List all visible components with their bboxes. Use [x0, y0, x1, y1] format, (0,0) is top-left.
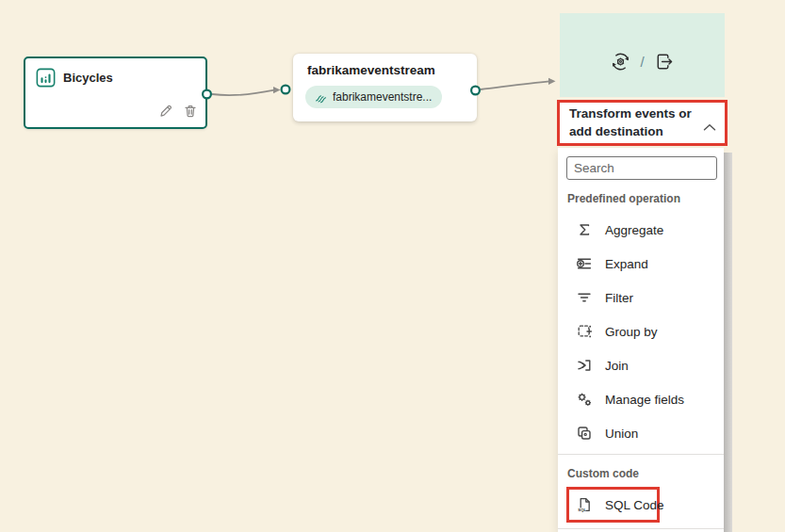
- menu-item-sql-code[interactable]: SQL SQL Code: [569, 490, 664, 520]
- menu-item-label: Aggregate: [605, 223, 663, 237]
- aggregate-sigma-icon: [575, 220, 594, 239]
- menu-item-label: Join: [605, 359, 629, 373]
- edge-bicycles-to-eventstream: [212, 90, 274, 96]
- menu-item-group-by[interactable]: Group by: [558, 314, 724, 348]
- node-title: fabrikameventstream: [293, 54, 477, 77]
- edge-eventstream-to-destination: [481, 81, 549, 89]
- edge-arrowhead: [273, 87, 281, 93]
- menu-item-join[interactable]: Join: [558, 348, 724, 382]
- menu-item-union[interactable]: Union: [558, 416, 724, 450]
- delete-trash-icon[interactable]: [182, 103, 199, 120]
- stream-icon: [314, 90, 328, 105]
- svg-text:SQL: SQL: [578, 508, 586, 512]
- connector-bicycles-out[interactable]: [203, 90, 211, 99]
- node-bicycles[interactable]: Bicycles: [24, 56, 207, 129]
- section-divider: [558, 528, 724, 529]
- menu-item-label: SQL Code: [605, 498, 664, 512]
- icon-separator: /: [640, 54, 644, 70]
- menu-item-filter[interactable]: Filter: [558, 281, 724, 314]
- menu-item-aggregate[interactable]: Aggregate: [558, 213, 724, 247]
- section-label-predefined: Predefined operation: [567, 192, 724, 205]
- badge-label: fabrikameventstre...: [333, 90, 432, 104]
- add-destination-icon: [653, 51, 675, 73]
- menu-item-label: Group by: [605, 325, 658, 339]
- search-input[interactable]: [566, 156, 717, 180]
- menu-item-label: Filter: [605, 291, 633, 305]
- join-icon: [575, 356, 594, 375]
- predefined-operations-list: Aggregate Expand Filte: [558, 213, 724, 450]
- node-destination-placeholder[interactable]: /: [560, 13, 725, 97]
- transform-menu-panel: Predefined operation Aggregate: [558, 148, 724, 532]
- eventstream-badge[interactable]: fabrikameventstre...: [305, 86, 442, 108]
- node-eventstream[interactable]: fabrikameventstream fabrikameventstre...: [293, 54, 477, 121]
- group-by-icon: [575, 322, 594, 341]
- eventstream-canvas: Bicycles fabrikameventstream: [0, 0, 785, 532]
- node-title: Bicycles: [63, 71, 113, 85]
- edge-arrowhead: [548, 78, 556, 85]
- section-divider: [558, 454, 724, 455]
- union-icon: [575, 424, 594, 443]
- transform-menu-label: Transform events or add destination: [569, 105, 699, 141]
- menu-item-label: Expand: [605, 257, 648, 271]
- connector-eventstream-in[interactable]: [282, 86, 290, 94]
- edit-pencil-icon[interactable]: [157, 103, 174, 120]
- menu-item-label: Manage fields: [605, 393, 684, 407]
- bar-chart-icon: [36, 68, 55, 87]
- sql-document-icon: SQL: [575, 495, 594, 514]
- connector-eventstream-out[interactable]: [471, 87, 480, 95]
- menu-item-expand[interactable]: Expand: [558, 247, 724, 281]
- manage-fields-gears-icon: [575, 390, 594, 409]
- menu-item-manage-fields[interactable]: Manage fields: [558, 382, 724, 416]
- sql-code-highlight-box: SQL SQL Code: [566, 487, 660, 523]
- expand-icon: [575, 254, 594, 273]
- section-label-custom-code: Custom code: [567, 467, 724, 480]
- menu-item-label: Union: [605, 427, 638, 441]
- filter-icon: [575, 288, 594, 307]
- chevron-up-icon: [703, 119, 716, 127]
- transform-gear-sync-icon: [610, 51, 631, 73]
- transform-menu-toggle[interactable]: Transform events or add destination: [557, 100, 728, 146]
- panel-scrollbar[interactable]: [724, 153, 732, 532]
